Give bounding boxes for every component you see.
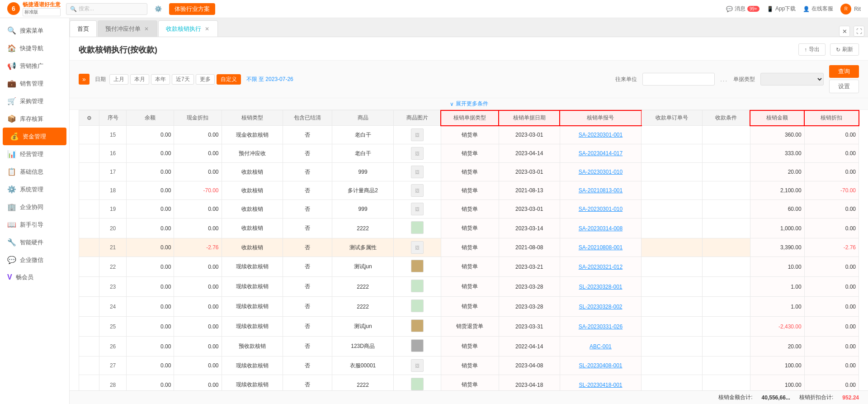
bill-no-link[interactable]: SL-20230418-001 (579, 382, 622, 388)
sidebar-item-basic[interactable]: 📋 基础信息 (0, 163, 69, 181)
date-btn-7days[interactable]: 近7天 (172, 74, 194, 85)
bill-no-link[interactable]: SL-20230408-001 (579, 362, 622, 369)
cell-bill-no[interactable]: SL-20230328-002 (560, 297, 641, 317)
cell-settings[interactable] (79, 238, 99, 257)
sidebar-label-enterprise: 企业协同 (20, 203, 43, 211)
cell-settings[interactable] (79, 317, 99, 337)
user-info[interactable]: R Rit (840, 4, 861, 14)
cell-include-settled: 否 (283, 200, 332, 219)
cell-bill-no[interactable]: ABC-001 (560, 337, 641, 356)
bill-no-link[interactable]: SA-20210813-001 (579, 187, 623, 194)
bill-no-link[interactable]: SA-20230314-008 (579, 225, 623, 232)
date-btn-this-month[interactable]: 本月 (130, 74, 149, 85)
bill-no-link[interactable]: SA-20210808-001 (579, 244, 623, 251)
query-btn[interactable]: 查询 (829, 65, 859, 78)
cell-settings[interactable] (79, 297, 99, 317)
sidebar-item-business[interactable]: 📊 经营管理 (0, 145, 69, 163)
bill-no-link[interactable]: SA-20230301-010 (579, 206, 623, 212)
cell-bill-no[interactable]: SA-20230301-010 (560, 200, 641, 219)
bill-no-link[interactable]: ABC-001 (590, 343, 612, 350)
cell-bill-type: 销货单 (441, 375, 499, 391)
date-btn-custom[interactable]: 自定义 (217, 74, 241, 85)
sidebar-item-system[interactable]: ⚙️ 系统管理 (0, 181, 69, 198)
cell-settings[interactable] (79, 126, 99, 144)
bill-no-link[interactable]: SA-20230301-010 (579, 169, 623, 175)
cell-bill-no[interactable]: SL-20230408-001 (560, 356, 641, 375)
message-btn[interactable]: 💬 消息 99+ (726, 5, 760, 13)
sidebar-item-purchase[interactable]: 🛒 采购管理 (0, 92, 69, 110)
cell-bill-no[interactable]: SA-20230414-017 (560, 144, 641, 163)
cell-bill-no[interactable]: SA-20210808-001 (560, 238, 641, 257)
cell-settings[interactable] (79, 257, 99, 277)
expand-more-btn[interactable]: ∨ 展开更多条件 (450, 100, 488, 108)
bill-no-link[interactable]: SA-20230414-017 (579, 150, 623, 157)
cell-bill-no[interactable]: SL-20230418-001 (560, 375, 641, 391)
cell-write-off-discount: 0.00 (804, 297, 859, 317)
sidebar-item-search[interactable]: 🔍 搜索菜单 (0, 22, 69, 39)
sidebar-item-quicknav[interactable]: 🏠 快捷导航 (0, 39, 69, 57)
cell-settings[interactable] (79, 219, 99, 238)
tab-prepay[interactable]: 预付冲应付单 ✕ (98, 20, 157, 37)
cell-settings[interactable] (79, 200, 99, 219)
bill-no-link[interactable]: SA-20230331-026 (579, 323, 623, 330)
sidebar-item-enterprise[interactable]: 🏢 企业协同 (0, 198, 69, 216)
sidebar-item-sales[interactable]: 💼 销售管理 (0, 75, 69, 92)
cell-receipt-order (642, 277, 703, 297)
date-btn-more[interactable]: 更多 (196, 74, 215, 85)
sidebar-item-inventory[interactable]: 📦 库存核算 (0, 110, 69, 128)
date-btn-this-year[interactable]: 本年 (151, 74, 170, 85)
tab-close-all-btn[interactable]: ✕ (839, 26, 850, 37)
cell-bill-no[interactable]: SA-20230314-008 (560, 219, 641, 238)
cell-include-settled: 否 (283, 337, 332, 356)
cell-settings[interactable] (79, 277, 99, 297)
tab-collection-close[interactable]: ✕ (204, 25, 210, 33)
tab-collection[interactable]: 收款核销执行 ✕ (158, 20, 218, 37)
from-unit-input[interactable] (642, 73, 715, 86)
cell-settings[interactable] (79, 163, 99, 181)
cell-settings[interactable] (79, 337, 99, 356)
sidebar-item-guide[interactable]: 📖 新手引导 (0, 216, 69, 233)
expand-label: 展开更多条件 (456, 100, 488, 108)
table-container[interactable]: ⚙ 序号 余额 现金折扣 核销类型 包含已结清 商品 商品图片 核销单据类型 核… (70, 110, 868, 390)
sidebar-item-member[interactable]: V 畅会员 (0, 269, 69, 286)
cell-bill-type: 销货退货单 (441, 317, 499, 337)
cell-seq: 25 (99, 317, 127, 337)
col-seq-header: 序号 (99, 110, 127, 126)
sidebar-item-wechat[interactable]: 💬 企业微信 (0, 251, 69, 269)
cell-bill-no[interactable]: SA-20230321-012 (560, 257, 641, 277)
export-btn[interactable]: ↑ 导出 (798, 43, 826, 56)
tab-prepay-close[interactable]: ✕ (143, 25, 150, 33)
industry-btn[interactable]: 体验行业方案 (169, 3, 215, 15)
cell-bill-no[interactable]: SA-20230301-001 (560, 126, 641, 144)
cell-bill-no[interactable]: SL-20230328-001 (560, 277, 641, 297)
cell-bill-type: 销货单 (441, 257, 499, 277)
online-service-btn[interactable]: 👤 在线客服 (803, 5, 833, 13)
col-settings-header[interactable]: ⚙ (79, 110, 99, 126)
cell-bill-no[interactable]: SA-20210813-001 (560, 181, 641, 200)
cell-settings[interactable] (79, 375, 99, 391)
bill-no-link[interactable]: SL-20230328-001 (579, 284, 622, 290)
top-search-box[interactable]: 🔍 搜索... (66, 3, 147, 15)
tab-restore-btn[interactable]: ⛶ (854, 26, 864, 37)
tab-home[interactable]: 首页 (70, 20, 97, 37)
cell-payment-terms (703, 238, 750, 257)
date-btn-last-month[interactable]: 上月 (109, 74, 128, 85)
sidebar-item-marketing[interactable]: 📢 营销推广 (0, 57, 69, 75)
bill-no-link[interactable]: SA-20230321-012 (579, 264, 623, 270)
cell-bill-no[interactable]: SA-20230331-026 (560, 317, 641, 337)
refresh-btn[interactable]: ↻ 刷新 (830, 43, 859, 56)
filter-toggle-btn[interactable]: » (79, 74, 90, 85)
bill-type-select[interactable] (760, 73, 824, 86)
cell-settings[interactable] (79, 181, 99, 200)
sidebar-item-finance[interactable]: 💰 资金管理 (3, 128, 66, 145)
bill-no-link[interactable]: SA-20230301-001 (579, 132, 623, 138)
cell-bill-no[interactable]: SA-20230301-010 (560, 163, 641, 181)
app-download-btn[interactable]: 📱 App下载 (767, 5, 796, 13)
cell-settings[interactable] (79, 144, 99, 163)
gear-icon[interactable]: ⚙️ (153, 4, 164, 14)
cell-settings[interactable] (79, 356, 99, 375)
sidebar-item-hardware[interactable]: 🔧 智能硬件 (0, 233, 69, 251)
table-row: 28 0.00 0.00 现续收款核销 否 2222 销货单 2023-04-1… (79, 375, 859, 391)
setting-btn[interactable]: 设置 (829, 80, 859, 93)
bill-no-link[interactable]: SL-20230328-002 (579, 304, 622, 310)
